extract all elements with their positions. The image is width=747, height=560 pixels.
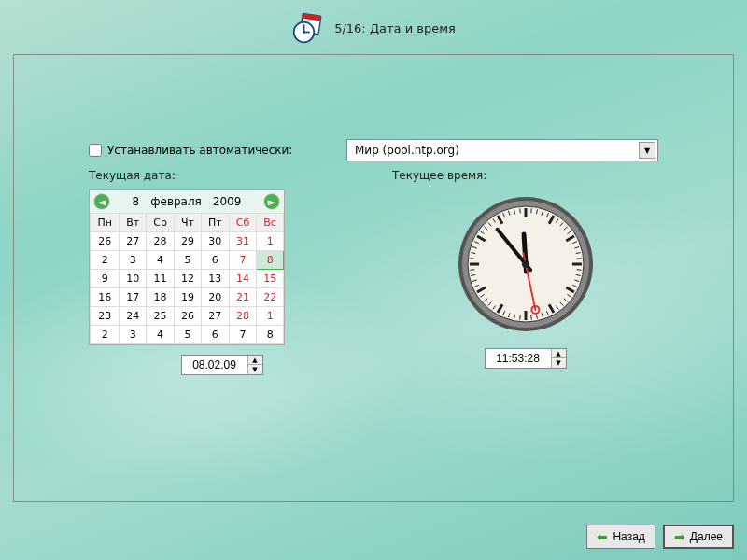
calendar-day-cell[interactable]: 12 <box>175 270 202 288</box>
calendar-weekday: Вс <box>257 214 284 232</box>
clock-calendar-icon <box>291 11 325 45</box>
wizard-header: 5/16: Дата и время <box>0 0 747 47</box>
current-time-label: Текущее время: <box>392 169 658 182</box>
time-spinner-up[interactable]: ▲ <box>551 349 566 358</box>
calendar-header: 8 февраля 2009 <box>110 195 263 208</box>
arrow-left-icon: ◄ <box>98 196 106 208</box>
svg-line-53 <box>470 270 474 271</box>
calendar-day-cell[interactable]: 2 <box>91 326 120 344</box>
calendar-day-cell[interactable]: 7 <box>229 251 257 270</box>
calendar-weekday: Пт <box>201 214 229 232</box>
calendar-grid: ПнВтСрЧтПтСбВс 2627282930311234567891011… <box>90 213 284 344</box>
calendar-day-cell[interactable]: 4 <box>147 251 175 270</box>
date-spinner-input[interactable] <box>182 358 247 371</box>
calendar-day-cell[interactable]: 25 <box>147 307 175 326</box>
calendar-day-cell[interactable]: 14 <box>229 270 257 288</box>
calendar-day-cell[interactable]: 26 <box>91 232 120 251</box>
calendar-day-cell[interactable]: 18 <box>147 288 175 307</box>
next-month-button[interactable]: ► <box>263 193 280 210</box>
calendar-day-cell[interactable]: 5 <box>175 326 202 344</box>
auto-set-checkbox-label: Устанавливать автоматически: <box>107 144 292 157</box>
calendar-day-cell[interactable]: 15 <box>257 270 284 288</box>
ntp-server-combo[interactable]: Мир (pool.ntp.org) ▼ <box>346 139 658 161</box>
calendar-day-cell[interactable]: 26 <box>175 307 202 326</box>
next-button[interactable]: ➡ Далее <box>663 525 734 549</box>
prev-month-button[interactable]: ◄ <box>93 193 110 210</box>
calendar: ◄ 8 февраля 2009 ► ПнВтСрЧтПтСбВс 262728… <box>89 189 285 345</box>
calendar-day-cell[interactable]: 22 <box>257 288 284 307</box>
svg-line-40 <box>519 315 520 320</box>
svg-point-5 <box>303 31 305 34</box>
auto-set-checkbox[interactable]: Устанавливать автоматически: <box>89 144 331 157</box>
svg-line-68 <box>519 208 520 213</box>
calendar-day-cell[interactable]: 29 <box>175 232 202 251</box>
back-button[interactable]: ⬅ Назад <box>586 525 655 549</box>
arrow-left-icon: ⬅ <box>597 529 608 544</box>
calendar-day-cell[interactable]: 9 <box>91 270 120 288</box>
calendar-weekday: Вт <box>120 214 147 232</box>
calendar-day-cell[interactable]: 8 <box>257 326 284 344</box>
calendar-day: 8 <box>133 195 140 208</box>
calendar-day-cell[interactable]: 23 <box>91 307 120 326</box>
next-button-label: Далее <box>690 530 723 543</box>
calendar-day-cell[interactable]: 5 <box>175 251 202 270</box>
calendar-month: февраля <box>150 195 202 208</box>
calendar-day-cell[interactable]: 17 <box>120 288 147 307</box>
calendar-day-cell[interactable]: 21 <box>229 288 257 307</box>
calendar-day-cell[interactable]: 10 <box>120 270 147 288</box>
arrow-right-icon: ➡ <box>674 529 685 544</box>
calendar-year: 2009 <box>213 195 242 208</box>
svg-line-10 <box>530 208 531 213</box>
calendar-day-cell[interactable]: 3 <box>120 251 147 270</box>
calendar-day-cell[interactable]: 31 <box>229 232 257 251</box>
arrow-right-icon: ► <box>268 196 275 208</box>
svg-line-55 <box>470 259 474 259</box>
main-panel: Устанавливать автоматически: Мир (pool.n… <box>13 54 734 502</box>
calendar-day-cell[interactable]: 16 <box>91 288 120 307</box>
calendar-day-cell[interactable]: 27 <box>120 232 147 251</box>
calendar-day-cell[interactable]: 8 <box>257 251 284 270</box>
calendar-day-cell[interactable]: 1 <box>257 232 284 251</box>
calendar-day-cell[interactable]: 30 <box>201 232 229 251</box>
svg-line-23 <box>576 259 581 259</box>
calendar-day-cell[interactable]: 6 <box>201 251 229 270</box>
calendar-day-cell[interactable]: 24 <box>120 307 147 326</box>
date-spinner[interactable]: ▲ ▼ <box>181 355 263 375</box>
current-date-label: Текущая дата: <box>89 169 355 182</box>
auto-set-checkbox-input[interactable] <box>89 144 102 157</box>
calendar-day-cell[interactable]: 7 <box>229 326 257 344</box>
svg-line-38 <box>530 315 531 320</box>
ntp-server-value: Мир (pool.ntp.org) <box>355 144 459 157</box>
calendar-day-cell[interactable]: 4 <box>147 326 175 344</box>
calendar-day-cell[interactable]: 19 <box>175 288 202 307</box>
calendar-day-cell[interactable]: 28 <box>147 232 175 251</box>
svg-point-73 <box>522 260 529 268</box>
time-spinner-down[interactable]: ▼ <box>551 358 566 368</box>
chevron-down-icon[interactable]: ▼ <box>639 142 655 159</box>
calendar-day-cell[interactable]: 6 <box>201 326 229 344</box>
calendar-day-cell[interactable]: 27 <box>201 307 229 326</box>
time-spinner-input[interactable] <box>486 352 551 365</box>
calendar-weekday: Чт <box>175 214 202 232</box>
analog-clock <box>451 189 600 339</box>
calendar-weekday: Ср <box>147 214 175 232</box>
calendar-weekday: Пн <box>91 214 120 232</box>
calendar-day-cell[interactable]: 20 <box>201 288 229 307</box>
calendar-day-cell[interactable]: 3 <box>120 326 147 344</box>
back-button-label: Назад <box>613 530 644 543</box>
time-spinner[interactable]: ▲ ▼ <box>485 348 567 369</box>
date-spinner-down[interactable]: ▼ <box>247 365 262 374</box>
calendar-day-cell[interactable]: 13 <box>201 270 229 288</box>
calendar-day-cell[interactable]: 28 <box>229 307 257 326</box>
calendar-weekday: Сб <box>229 214 257 232</box>
page-title: 5/16: Дата и время <box>334 21 456 35</box>
calendar-day-cell[interactable]: 11 <box>147 270 175 288</box>
calendar-day-cell[interactable]: 2 <box>91 251 120 270</box>
svg-line-25 <box>576 270 581 271</box>
date-spinner-up[interactable]: ▲ <box>247 356 262 365</box>
calendar-day-cell[interactable]: 1 <box>257 307 284 326</box>
